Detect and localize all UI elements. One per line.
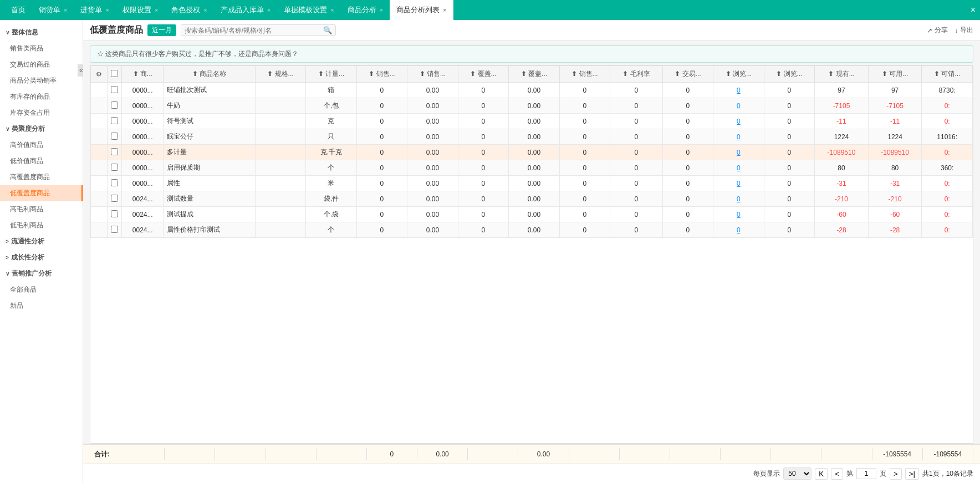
sales1-col-header[interactable]: ⬆ 销售...	[356, 66, 407, 83]
first-page-button[interactable]: K	[815, 468, 828, 480]
checkbox-cell[interactable]	[108, 222, 122, 238]
browse1-cell[interactable]: 0	[713, 129, 764, 145]
sidebar-item-high-coverage[interactable]: 高覆盖度商品	[0, 169, 83, 185]
row-checkbox[interactable]	[111, 226, 118, 233]
next-page-button[interactable]: >	[890, 468, 902, 480]
close-icon[interactable]: ×	[155, 7, 158, 13]
export-button[interactable]: ↓ 导出	[955, 26, 973, 35]
cover2-col-header[interactable]: ⬆ 覆盖...	[509, 66, 560, 83]
sidebar-item-high-value[interactable]: 高价值商品	[0, 137, 83, 153]
sidebar-section-marketing[interactable]: ∨ 营销推广分析	[0, 266, 83, 282]
sales3-col-header[interactable]: ⬆ 销售...	[559, 66, 610, 83]
search-input[interactable]	[185, 27, 323, 34]
close-icon[interactable]: ×	[443, 7, 446, 13]
cover1-col-header[interactable]: ⬆ 覆盖...	[458, 66, 509, 83]
row-checkbox[interactable]	[111, 117, 118, 124]
close-icon[interactable]: ×	[380, 7, 383, 13]
browse1-cell[interactable]: 0	[713, 207, 764, 222]
row-checkbox[interactable]	[111, 148, 118, 155]
main-layout: « ∨ 整体信息 销售类商品 交易过的商品 商品分类动销率 有库存的商品 库存资…	[0, 20, 980, 483]
nav-home[interactable]: 首页	[4, 0, 32, 20]
sidebar-item-sales-goods[interactable]: 销售类商品	[0, 40, 83, 57]
sidebar-section-cluster[interactable]: ∨ 类聚度分析	[0, 121, 83, 137]
page-size-select[interactable]: 50 20 100	[783, 467, 811, 480]
code-col-header[interactable]: ⬆ 商...	[122, 66, 164, 83]
browse2-col-header[interactable]: ⬆ 浏览...	[764, 66, 815, 83]
checkbox-cell[interactable]	[108, 83, 122, 98]
sidebar-section-growth[interactable]: > 成长性分析	[0, 250, 83, 266]
select-all-checkbox[interactable]	[111, 70, 118, 77]
checkbox-cell[interactable]	[108, 176, 122, 191]
browse1-cell[interactable]: 0	[713, 83, 764, 98]
total-spacer6	[468, 448, 518, 460]
checkbox-col-header[interactable]	[108, 66, 122, 83]
window-close-button[interactable]: ×	[971, 5, 976, 15]
name-col-header[interactable]: ⬆ 商品名称	[164, 66, 255, 83]
sidebar-item-high-margin[interactable]: 高毛利商品	[0, 201, 83, 217]
margin-col-header[interactable]: ⬆ 毛利率	[610, 66, 663, 83]
browse1-cell[interactable]: 0	[713, 160, 764, 176]
close-icon[interactable]: ×	[203, 7, 207, 13]
sidebar-item-category-rate[interactable]: 商品分类动销率	[0, 73, 83, 89]
search-icon[interactable]: 🔍	[323, 26, 332, 34]
close-icon[interactable]: ×	[330, 7, 334, 13]
nav-production[interactable]: 产成品入库单 ×	[214, 0, 277, 20]
browse1-cell[interactable]: 0	[713, 145, 764, 160]
sidebar-section-flow[interactable]: > 流通性分析	[0, 233, 83, 250]
checkbox-cell[interactable]	[108, 114, 122, 129]
checkbox-cell[interactable]	[108, 145, 122, 160]
usable-col-header[interactable]: ⬆ 可用...	[868, 66, 922, 83]
sidebar-section-overall[interactable]: ∨ 整体信息	[0, 24, 83, 40]
row-checkbox[interactable]	[111, 210, 118, 217]
nav-product-analysis-list[interactable]: 商品分析列表 ×	[390, 0, 453, 20]
prev-page-button[interactable]: <	[831, 468, 843, 480]
nav-permission[interactable]: 权限设置 ×	[116, 0, 165, 20]
saleable-col-header[interactable]: ⬆ 可销...	[922, 66, 973, 83]
row-checkbox[interactable]	[111, 101, 118, 109]
close-icon[interactable]: ×	[64, 7, 67, 13]
sidebar-item-low-margin[interactable]: 低毛利商品	[0, 217, 83, 233]
share-button[interactable]: ↗ 分享	[927, 26, 948, 35]
sidebar-item-in-stock[interactable]: 有库存的商品	[0, 89, 83, 105]
checkbox-cell[interactable]	[108, 160, 122, 176]
browse1-cell[interactable]: 0	[713, 222, 764, 238]
nav-purchase[interactable]: 进货单 ×	[74, 0, 115, 20]
sidebar-item-stock-capital[interactable]: 库存资金占用	[0, 105, 83, 121]
sidebar-item-all-goods[interactable]: 全部商品	[0, 282, 83, 298]
time-tag[interactable]: 近一月	[147, 24, 176, 36]
browse1-cell[interactable]: 0	[713, 191, 764, 207]
nav-product-analysis[interactable]: 商品分析 ×	[341, 0, 390, 20]
browse1-cell[interactable]: 0	[713, 98, 764, 114]
nav-template[interactable]: 单据模板设置 ×	[277, 0, 340, 20]
close-icon[interactable]: ×	[267, 7, 270, 13]
sidebar-collapse-button[interactable]: «	[78, 64, 83, 77]
sidebar-item-low-value[interactable]: 低价值商品	[0, 153, 83, 169]
close-icon[interactable]: ×	[105, 7, 109, 13]
browse1-cell[interactable]: 0	[713, 176, 764, 191]
row-checkbox[interactable]	[111, 164, 118, 171]
sidebar-item-low-coverage[interactable]: 低覆盖度商品	[0, 185, 83, 201]
checkbox-cell[interactable]	[108, 191, 122, 207]
sidebar-item-traded-goods[interactable]: 交易过的商品	[0, 57, 83, 73]
spec-col-header[interactable]: ⬆ 规格...	[255, 66, 306, 83]
row-checkbox[interactable]	[111, 195, 118, 202]
settings-col-header[interactable]: ⚙	[91, 66, 108, 83]
trade-col-header[interactable]: ⬆ 交易...	[662, 66, 713, 83]
nav-role[interactable]: 角色授权 ×	[165, 0, 213, 20]
sales2-col-header[interactable]: ⬆ 销售...	[407, 66, 458, 83]
checkbox-cell[interactable]	[108, 98, 122, 114]
current-col-header[interactable]: ⬆ 现有...	[815, 66, 869, 83]
nav-sales[interactable]: 销货单 ×	[32, 0, 74, 20]
browse1-cell[interactable]: 0	[713, 114, 764, 129]
checkbox-cell[interactable]	[108, 129, 122, 145]
row-checkbox[interactable]	[111, 133, 118, 140]
last-page-button[interactable]: >|	[905, 468, 919, 480]
row-checkbox[interactable]	[111, 86, 118, 93]
checkbox-cell[interactable]	[108, 207, 122, 222]
unit-col-header[interactable]: ⬆ 计量...	[306, 66, 357, 83]
row-checkbox[interactable]	[111, 179, 118, 186]
browse1-col-header[interactable]: ⬆ 浏览...	[713, 66, 764, 83]
page-number-input[interactable]	[856, 468, 876, 479]
sidebar-item-new-goods[interactable]: 新品	[0, 298, 83, 314]
total-cells: 0 0.00 0.00 -1095554 -1095554	[114, 448, 973, 460]
